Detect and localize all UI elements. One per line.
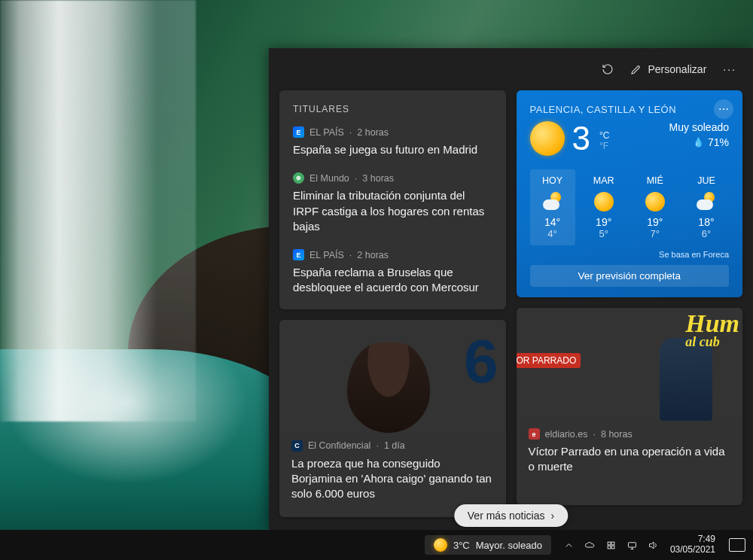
drop-icon: 💧 <box>693 137 704 148</box>
headline-item[interactable]: ⊕ El Mundo · 3 horas Eliminar la tributa… <box>293 172 492 234</box>
headline-text: España se juega su futuro en Madrid <box>293 142 492 157</box>
news-image <box>279 320 506 433</box>
headline-text: La proeza que ha conseguido Borjamina en… <box>291 456 494 502</box>
svg-rect-0 <box>608 542 611 545</box>
taskbar-condition: Mayor. soleado <box>476 540 542 551</box>
sun-icon <box>645 192 665 212</box>
weather-more-button[interactable]: ⋯ <box>714 99 733 119</box>
headline-text: España reclama a Bruselas que desbloquee… <box>293 265 492 296</box>
news-image-card[interactable]: C El Confidencial · 1 día La proeza que … <box>279 320 506 517</box>
forecast-row: HOY 14° 4° MAR 19° 5° MIÉ 19° <box>530 169 730 245</box>
forecast-day[interactable]: MIÉ 19° 7° <box>633 169 678 245</box>
taskbar-time: 7:49 <box>670 534 715 545</box>
headlines-card: TITULARES E EL PAÍS · 2 horas España se … <box>279 90 506 309</box>
system-tray <box>559 539 664 551</box>
flyout-more-button[interactable]: ··· <box>723 63 736 75</box>
source-icon: E <box>293 126 304 138</box>
sun-icon <box>594 192 614 212</box>
onedrive-icon[interactable] <box>584 539 596 551</box>
current-temp: 3 <box>572 122 590 155</box>
humidity-value: 71% <box>708 136 729 148</box>
source-icon: E <box>293 249 304 260</box>
refresh-button[interactable] <box>602 63 614 75</box>
news-weather-flyout: Personalizar ··· TITULARES E EL PAÍS · 2… <box>269 48 753 530</box>
partly-cloudy-icon <box>543 192 562 212</box>
pencil-icon <box>630 63 642 75</box>
customize-label: Personalizar <box>648 63 707 75</box>
taskbar: 3°C Mayor. soleado 7:49 03/05/2021 <box>0 530 753 560</box>
headline-text: Víctor Parrado en una operación a vida o… <box>529 444 731 475</box>
full-forecast-button[interactable]: Ver previsión completa <box>530 265 730 287</box>
refresh-icon <box>602 63 614 75</box>
sun-icon <box>434 538 447 552</box>
weather-card: ⋯ PALENCIA, CASTILLA Y LEÓN 3 °C °F Muy … <box>517 90 743 297</box>
source-name: EL PAÍS <box>309 250 344 260</box>
security-icon[interactable] <box>605 539 617 551</box>
headline-age: 2 horas <box>357 250 389 260</box>
current-condition: Muy soleado <box>669 121 729 133</box>
weather-location: PALENCIA, CASTILLA Y LEÓN <box>530 104 730 115</box>
news-image-card[interactable]: Hum al cub OR PARRADO e eldiario.es · 8 … <box>517 308 743 505</box>
headline-item[interactable]: E EL PAÍS · 2 horas España se juega su f… <box>293 126 492 157</box>
chevron-right-icon: › <box>551 510 555 522</box>
headlines-title: TITULARES <box>293 104 492 114</box>
svg-rect-2 <box>608 546 611 549</box>
headline-age: 3 horas <box>362 173 394 184</box>
source-name: eldiario.es <box>545 429 588 440</box>
sun-icon <box>530 121 565 156</box>
temp-units[interactable]: °C °F <box>599 130 609 151</box>
headline-item[interactable]: E EL PAÍS · 2 horas España reclama a Bru… <box>293 249 492 296</box>
source-name: El Mundo <box>309 173 349 184</box>
taskbar-temp: 3°C <box>453 540 470 551</box>
tray-overflow-button[interactable] <box>563 539 575 551</box>
more-news-button[interactable]: Ver más noticias › <box>454 504 568 527</box>
headline-age: 1 día <box>384 440 405 451</box>
headline-age: 8 horas <box>601 429 633 440</box>
forecast-day[interactable]: MAR 19° 5° <box>581 169 626 245</box>
network-icon[interactable] <box>626 539 639 551</box>
headline-text: Eliminar la tributación conjunta del IRP… <box>293 188 492 234</box>
source-name: El Confidencial <box>308 440 370 451</box>
news-image: Hum al cub OR PARRADO <box>517 308 743 421</box>
flyout-header: Personalizar ··· <box>269 48 753 90</box>
taskbar-clock[interactable]: 7:49 03/05/2021 <box>664 534 721 555</box>
headline-age: 2 horas <box>357 127 389 138</box>
action-center-button[interactable] <box>729 538 745 552</box>
partly-cloudy-icon <box>697 192 716 212</box>
source-icon: ⊕ <box>293 172 304 184</box>
source-icon: e <box>529 428 540 440</box>
weather-attribution: Se basa en Foreca <box>530 250 730 259</box>
forecast-day[interactable]: JUE 18° 6° <box>684 169 729 245</box>
volume-icon[interactable] <box>648 539 660 551</box>
forecast-day[interactable]: HOY 14° 4° <box>530 169 575 245</box>
source-icon: C <box>291 440 303 452</box>
svg-rect-3 <box>612 546 615 549</box>
source-name: EL PAÍS <box>309 127 344 138</box>
taskbar-weather-button[interactable]: 3°C Mayor. soleado <box>425 535 551 555</box>
svg-rect-1 <box>612 542 615 545</box>
taskbar-date: 03/05/2021 <box>670 545 715 555</box>
svg-rect-4 <box>629 542 636 546</box>
customize-button[interactable]: Personalizar <box>630 63 707 75</box>
